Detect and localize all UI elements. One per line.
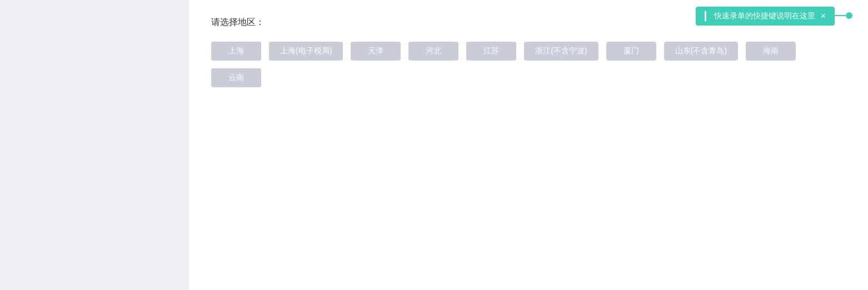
tooltip-banner: 快速录单的快捷键说明在这里 × [696,7,835,26]
region-btn-shanghai[interactable]: 上海 [211,42,261,61]
tooltip-line [834,15,846,16]
tooltip-dot [846,12,852,19]
left-sidebar [0,0,189,290]
region-btn-tianjin[interactable]: 天津 [351,42,401,61]
region-btn-yunnan[interactable]: 云南 [211,68,261,87]
main-content: 请选择地区： 上海上海(电子税局)天津河北江苏浙江(不含宁波)厦门山东(不含青岛… [189,0,868,290]
region-btn-hainan[interactable]: 海南 [746,42,796,61]
tooltip-text: 快速录单的快捷键说明在这里 [714,11,815,21]
region-btn-zhejiang[interactable]: 浙江(不含宁波) [524,42,598,61]
region-btn-jiangsu[interactable]: 江苏 [466,42,516,61]
tooltip-close-button[interactable]: × [821,12,826,21]
region-btn-xiamen[interactable]: 厦门 [606,42,656,61]
region-buttons-container: 上海上海(电子税局)天津河北江苏浙江(不含宁波)厦门山东(不含青岛)海南云南 [211,42,846,87]
region-btn-shanghai-etax[interactable]: 上海(电子税局) [269,42,343,61]
region-btn-shandong[interactable]: 山东(不含青岛) [664,42,738,61]
region-btn-hebei[interactable]: 河北 [408,42,458,61]
